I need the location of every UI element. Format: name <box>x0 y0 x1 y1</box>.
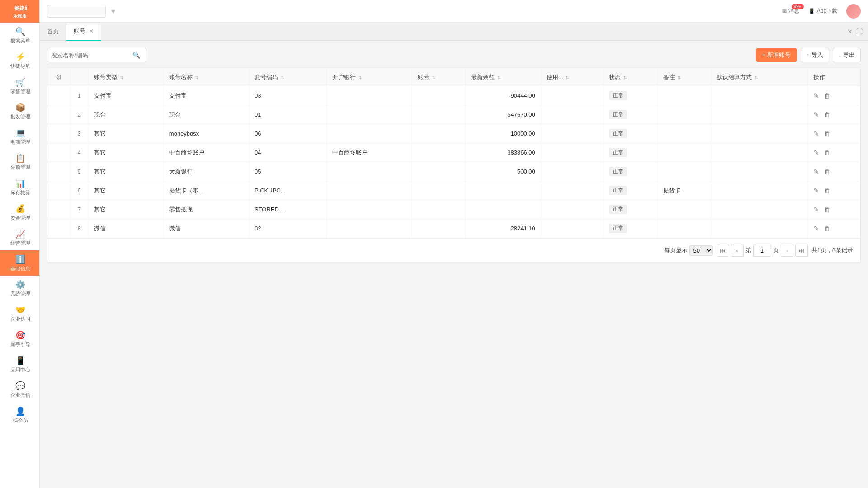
sort-method-icon[interactable]: ⇅ <box>755 75 758 80</box>
app-download-button[interactable]: 📱 App下载 <box>808 7 837 15</box>
next-page-btn[interactable]: › <box>781 244 793 257</box>
edit-btn-1[interactable]: ✎ <box>813 111 819 119</box>
column-setting-icon[interactable]: ⚙ <box>56 73 62 81</box>
sidebar-label-1: 快捷导航 <box>10 63 30 70</box>
row-bank-0 <box>326 86 412 105</box>
delete-btn-5[interactable]: 🗑 <box>824 187 830 194</box>
delete-btn-3[interactable]: 🗑 <box>824 149 830 156</box>
col-balance: 最新余额 ⇅ <box>466 68 541 86</box>
sidebar-item-9[interactable]: ℹ️ 基础信息 <box>0 250 39 276</box>
import-button[interactable]: ↑ 导入 <box>801 48 829 62</box>
table-row: 2 现金 现金 01 547670.00 正常 ✎ 🗑 <box>47 105 860 124</box>
edit-btn-7[interactable]: ✎ <box>813 225 819 233</box>
row-usage-3 <box>541 143 604 162</box>
row-code-2: 06 <box>249 124 326 143</box>
prev-page-btn[interactable]: ‹ <box>731 244 744 257</box>
sidebar-icon-0: 🔍 <box>15 27 25 37</box>
sidebar-item-10[interactable]: ⚙️ 系统管理 <box>0 276 39 301</box>
sidebar-item-12[interactable]: 🎯 新手引导 <box>0 326 39 352</box>
sort-type-icon[interactable]: ⇅ <box>120 75 123 80</box>
delete-btn-7[interactable]: 🗑 <box>824 225 830 232</box>
add-account-button[interactable]: + 新增账号 <box>756 48 797 62</box>
header-right: ✉ 消息 99+ 📱 App下载 <box>782 4 861 19</box>
account-search-input[interactable] <box>51 52 132 59</box>
delete-btn-6[interactable]: 🗑 <box>824 206 830 213</box>
sidebar-item-8[interactable]: 📈 经营管理 <box>0 225 39 250</box>
edit-btn-5[interactable]: ✎ <box>813 187 819 195</box>
edit-btn-0[interactable]: ✎ <box>813 92 819 100</box>
edit-btn-4[interactable]: ✎ <box>813 168 819 176</box>
search-box: 🔍 <box>47 48 146 62</box>
per-page-dropdown[interactable]: 50 100 200 <box>689 245 713 256</box>
tab-expand-icon[interactable]: ⛶ <box>856 28 863 35</box>
add-account-label: + 新增账号 <box>762 51 791 59</box>
pagination-bar: 每页显示 50 100 200 ⏮ ‹ 第 页 › <box>47 238 860 262</box>
export-button[interactable]: ↓ 导出 <box>833 48 861 62</box>
row-type-2: 其它 <box>88 124 163 143</box>
row-method-7 <box>711 219 808 238</box>
delete-btn-2[interactable]: 🗑 <box>824 130 830 137</box>
global-search-input[interactable] <box>47 5 106 18</box>
message-button[interactable]: ✉ 消息 99+ <box>782 7 799 15</box>
table-row: 4 其它 中百商场账户 04 中百商场账户 383866.00 正常 ✎ 🗑 <box>47 143 860 162</box>
sidebar-item-0[interactable]: 🔍 搜索菜单 <box>0 23 39 48</box>
sidebar-label-15: 畅会员 <box>13 417 28 424</box>
message-badge: 99+ <box>792 4 804 9</box>
app-logo: 畅捷通 乐账版 <box>0 0 39 23</box>
sort-account-icon[interactable]: ⇅ <box>432 75 435 80</box>
sidebar-item-3[interactable]: 📦 批发管理 <box>0 99 39 124</box>
import-icon: ↑ <box>807 52 810 59</box>
sidebar-item-15[interactable]: 👤 畅会员 <box>0 402 39 427</box>
dropdown-icon[interactable]: ▾ <box>111 6 115 16</box>
sidebar-item-4[interactable]: 💻 电商管理 <box>0 124 39 149</box>
row-code-4: 05 <box>249 162 326 181</box>
sort-code-icon[interactable]: ⇅ <box>281 75 284 80</box>
sidebar-icon-1: ⚡ <box>15 52 25 62</box>
sidebar-item-5[interactable]: 📋 采购管理 <box>0 149 39 174</box>
sidebar-item-14[interactable]: 💬 企业微信 <box>0 377 39 402</box>
user-avatar[interactable] <box>846 4 861 19</box>
col-status: 状态 ⇅ <box>604 68 657 86</box>
sidebar-item-1[interactable]: ⚡ 快捷导航 <box>0 48 39 73</box>
row-status-4: 正常 <box>604 162 657 181</box>
sidebar-label-13: 应用中心 <box>10 366 30 373</box>
first-page-btn[interactable]: ⏮ <box>717 244 729 257</box>
edit-btn-6[interactable]: ✎ <box>813 206 819 214</box>
delete-btn-0[interactable]: 🗑 <box>824 92 830 99</box>
row-action-4: ✎ 🗑 <box>808 162 860 181</box>
tab-close-icon[interactable]: ✕ <box>89 28 94 34</box>
sort-status-icon[interactable]: ⇅ <box>623 75 627 80</box>
row-type-7: 微信 <box>88 219 163 238</box>
row-method-3 <box>711 143 808 162</box>
sidebar-item-13[interactable]: 📱 应用中心 <box>0 352 39 377</box>
delete-btn-1[interactable]: 🗑 <box>824 111 830 118</box>
sidebar-item-11[interactable]: 🤝 企业协同 <box>0 301 39 326</box>
sort-remark-icon[interactable]: ⇅ <box>677 75 681 80</box>
row-action-0: ✎ 🗑 <box>808 86 860 105</box>
sidebar-item-7[interactable]: 💰 资金管理 <box>0 200 39 225</box>
row-account-6 <box>412 200 466 219</box>
row-action-2: ✎ 🗑 <box>808 124 860 143</box>
row-setting-7 <box>47 219 70 238</box>
edit-btn-2[interactable]: ✎ <box>813 130 819 138</box>
sort-balance-icon[interactable]: ⇅ <box>497 75 501 80</box>
tab-account[interactable]: 账号 ✕ <box>66 23 101 41</box>
row-status-7: 正常 <box>604 219 657 238</box>
delete-btn-4[interactable]: 🗑 <box>824 168 830 175</box>
sort-bank-icon[interactable]: ⇅ <box>358 75 362 80</box>
sort-name-icon[interactable]: ⇅ <box>195 75 198 80</box>
phone-icon: 📱 <box>808 8 815 14</box>
page-number-input[interactable] <box>753 244 771 257</box>
tab-minimize-icon[interactable]: ✕ <box>847 28 853 35</box>
row-balance-1: 547670.00 <box>466 105 541 124</box>
last-page-btn[interactable]: ⏭ <box>795 244 808 257</box>
row-status-5: 正常 <box>604 181 657 200</box>
sidebar-label-11: 企业协同 <box>10 316 30 323</box>
sidebar-item-6[interactable]: 📊 库存核算 <box>0 174 39 200</box>
row-remark-7 <box>657 219 711 238</box>
tab-home[interactable]: 首页 <box>40 23 66 41</box>
edit-btn-3[interactable]: ✎ <box>813 149 819 157</box>
sort-usage-icon[interactable]: ⇅ <box>566 75 569 80</box>
page-toolbar: 🔍 + 新增账号 ↑ 导入 ↓ 导出 <box>47 48 861 62</box>
sidebar-item-2[interactable]: 🛒 零售管理 <box>0 73 39 99</box>
